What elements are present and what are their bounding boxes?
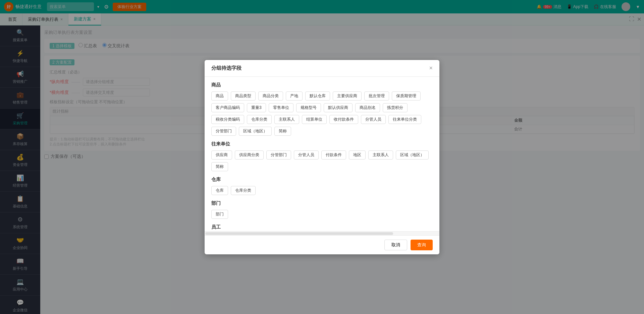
modal-overlay: 分组待选字段 × 商品 商品 商品类型 商品分类 产地 默认仓库 主要供应商 批… (0, 0, 644, 314)
cancel-button[interactable]: 取消 (384, 240, 407, 250)
field-group-goods-title: 商品 (211, 82, 433, 88)
modal-header: 分组待选字段 × (205, 60, 439, 77)
field-group-warehouse-title: 仓库 (211, 177, 433, 183)
field-group-partner: 往来单位 供应商 供应商分类 分管部门 分管人员 付款条件 地区 主联系人 区域… (211, 141, 433, 171)
field-tags-dept: 部门 (211, 210, 433, 219)
field-tags-goods: 商品 商品类型 商品分类 产地 默认仓库 主要供应商 批次管理 保质期管理 客户… (211, 91, 433, 136)
modal-body[interactable]: 商品 商品 商品类型 商品分类 产地 默认仓库 主要供应商 批次管理 保质期管理… (205, 77, 439, 231)
field-tag-area[interactable]: 地区 (349, 150, 366, 160)
field-tag-supplier-category[interactable]: 供应商分类 (235, 150, 264, 160)
field-tag-partner-main-contact[interactable]: 主联系人 (368, 150, 393, 160)
field-tag-warehouse[interactable]: 仓库 (211, 186, 228, 195)
field-tag-partner-region[interactable]: 区域（地区） (396, 150, 429, 160)
field-tag-main-contact[interactable]: 主联系人 (274, 115, 299, 124)
field-tag-batch-mgmt[interactable]: 批次管理 (364, 91, 389, 101)
field-tag-region[interactable]: 区域（地区） (239, 127, 272, 136)
field-tag-payment-condition[interactable]: 付款条件 (321, 150, 346, 160)
field-group-goods: 商品 商品 商品类型 商品分类 产地 默认仓库 主要供应商 批次管理 保质期管理… (211, 82, 433, 136)
modal-horizontal-scrollbar[interactable] (205, 231, 439, 235)
field-tag-main-supplier[interactable]: 主要供应商 (333, 91, 362, 101)
field-tag-warehouse-category[interactable]: 仓库分类 (247, 115, 272, 124)
field-group-dept-title: 部门 (211, 200, 433, 206)
field-tag-supplier[interactable]: 供应商 (211, 150, 232, 160)
field-tag-tax-code[interactable]: 税收分类编码 (211, 115, 244, 124)
field-group-partner-title: 往来单位 (211, 141, 433, 147)
field-group-dept: 部门 部门 (211, 200, 433, 219)
field-tags-warehouse: 仓库 仓库分类 (211, 186, 433, 195)
field-tag-supervisor[interactable]: 分管人员 (361, 115, 386, 124)
field-tag-dept[interactable]: 部门 (211, 210, 228, 219)
field-tag-default-supplier[interactable]: 默认供应商 (324, 103, 353, 112)
field-tag-partner-dept[interactable]: 分管部门 (266, 150, 291, 160)
field-tag-partner-abbr[interactable]: 简称 (211, 162, 228, 171)
field-tag-goods-alias[interactable]: 商品别名 (355, 103, 380, 112)
field-tag-origin[interactable]: 产地 (286, 91, 303, 101)
field-tag-goods[interactable]: 商品 (211, 91, 228, 101)
field-tag-customer-code[interactable]: 客户商品编码 (211, 103, 244, 112)
confirm-button[interactable]: 查询 (411, 240, 433, 250)
field-tag-spec-model[interactable]: 规格型号 (296, 103, 321, 112)
field-tag-default-warehouse[interactable]: 默认仓库 (305, 91, 330, 101)
modal-title: 分组待选字段 (211, 65, 241, 71)
field-tag-shelf-life[interactable]: 保质期管理 (392, 91, 421, 101)
field-group-warehouse: 仓库 仓库 仓库分类 (211, 177, 433, 195)
field-tag-weight3[interactable]: 重量3 (247, 103, 266, 112)
field-tags-partner: 供应商 供应商分类 分管部门 分管人员 付款条件 地区 主联系人 区域（地区） … (211, 150, 433, 171)
field-tag-payment-terms[interactable]: 收付款条件 (329, 115, 358, 124)
field-tag-partner-category[interactable]: 往来单位分类 (388, 115, 421, 124)
field-tag-warehouse-cat[interactable]: 仓库分类 (231, 186, 256, 195)
field-tag-goods-category[interactable]: 商品分类 (258, 91, 283, 101)
field-group-employee-title: 员工 (211, 224, 433, 230)
modal-close-button[interactable]: × (429, 65, 433, 72)
modal-footer: 取消 查询 (205, 235, 439, 254)
field-tag-settlement-unit[interactable]: 结算单位 (302, 115, 327, 124)
field-tag-retail-unit[interactable]: 零售单位 (269, 103, 293, 112)
field-group-employee: 员工 业务员 (211, 224, 433, 231)
modal-field-selector: 分组待选字段 × 商品 商品 商品类型 商品分类 产地 默认仓库 主要供应商 批… (205, 60, 439, 254)
field-tag-partner-supervisor[interactable]: 分管人员 (294, 150, 319, 160)
field-tag-goods-type[interactable]: 商品类型 (231, 91, 256, 101)
field-tag-pick-score[interactable]: 拣货积分 (383, 103, 408, 112)
field-tag-dept-mgr[interactable]: 分管部门 (211, 127, 236, 136)
field-tag-abbr[interactable]: 简称 (274, 127, 291, 136)
modal-hscroll-thumb (205, 232, 393, 235)
